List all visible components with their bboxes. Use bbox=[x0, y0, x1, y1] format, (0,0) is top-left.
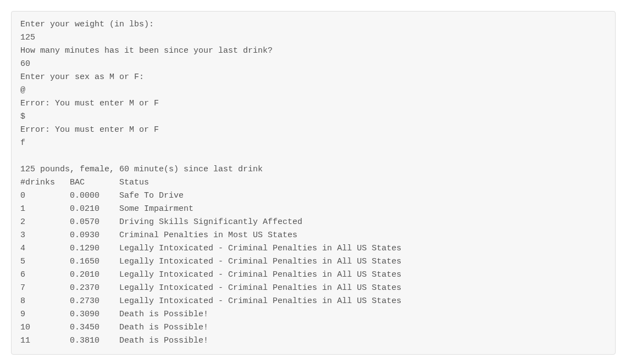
row-drinks: 10 bbox=[20, 323, 30, 332]
row-bac: 0.3450 bbox=[70, 323, 99, 332]
header-drinks: #drinks bbox=[20, 178, 55, 187]
input-weight: 125 bbox=[20, 33, 35, 42]
row-status: Death is Possible! bbox=[119, 323, 208, 332]
prompt-weight: Enter your weight (in lbs): bbox=[20, 20, 154, 29]
row-bac: 0.2010 bbox=[70, 270, 99, 279]
row-status: Legally Intoxicated - Criminal Penalties… bbox=[119, 270, 401, 279]
row-drinks: 3 bbox=[20, 231, 25, 240]
row-status: Death is Possible! bbox=[119, 336, 208, 345]
row-drinks: 9 bbox=[20, 310, 25, 319]
summary-line: 125 pounds, female, 60 minute(s) since l… bbox=[20, 165, 263, 174]
row-bac: 0.0000 bbox=[70, 191, 99, 200]
header-status: Status bbox=[119, 178, 149, 187]
row-drinks: 11 bbox=[20, 336, 30, 345]
row-status: Safe To Drive bbox=[119, 191, 184, 200]
row-status: Legally Intoxicated - Criminal Penalties… bbox=[119, 244, 401, 253]
row-bac: 0.2370 bbox=[70, 283, 99, 293]
row-status: Driving Skills Significantly Affected bbox=[119, 217, 302, 227]
row-drinks: 6 bbox=[20, 270, 25, 279]
row-status: Legally Intoxicated - Criminal Penalties… bbox=[119, 296, 401, 306]
row-bac: 0.1650 bbox=[70, 257, 99, 266]
row-drinks: 0 bbox=[20, 191, 25, 200]
input-sex-2: $ bbox=[20, 112, 25, 121]
row-drinks: 5 bbox=[20, 257, 25, 266]
row-bac: 0.2730 bbox=[70, 296, 99, 306]
row-bac: 0.1290 bbox=[70, 244, 99, 253]
header-bac: BAC bbox=[70, 178, 85, 187]
row-status: Legally Intoxicated - Criminal Penalties… bbox=[119, 283, 401, 293]
row-drinks: 4 bbox=[20, 244, 25, 253]
row-status: Criminal Penalties in Most US States bbox=[119, 231, 297, 240]
error-2: Error: You must enter M or F bbox=[20, 125, 159, 135]
input-sex-1: @ bbox=[20, 86, 25, 95]
row-bac: 0.3810 bbox=[70, 336, 99, 345]
row-status: Some Impairment bbox=[119, 204, 193, 214]
row-status: Legally Intoxicated - Criminal Penalties… bbox=[119, 257, 401, 266]
row-bac: 0.0210 bbox=[70, 204, 99, 214]
row-drinks: 8 bbox=[20, 296, 25, 306]
row-bac: 0.0570 bbox=[70, 217, 99, 227]
error-1: Error: You must enter M or F bbox=[20, 99, 159, 108]
row-bac: 0.3090 bbox=[70, 310, 99, 319]
prompt-sex: Enter your sex as M or F: bbox=[20, 72, 144, 82]
console-output: Enter your weight (in lbs): 125 How many… bbox=[11, 11, 616, 355]
prompt-minutes: How many minutes has it been since your … bbox=[20, 46, 273, 55]
input-sex-3: f bbox=[20, 138, 25, 148]
row-bac: 0.0930 bbox=[70, 231, 99, 240]
input-minutes: 60 bbox=[20, 59, 30, 69]
row-drinks: 1 bbox=[20, 204, 25, 214]
row-drinks: 2 bbox=[20, 217, 25, 227]
row-drinks: 7 bbox=[20, 283, 25, 293]
row-status: Death is Possible! bbox=[119, 310, 208, 319]
